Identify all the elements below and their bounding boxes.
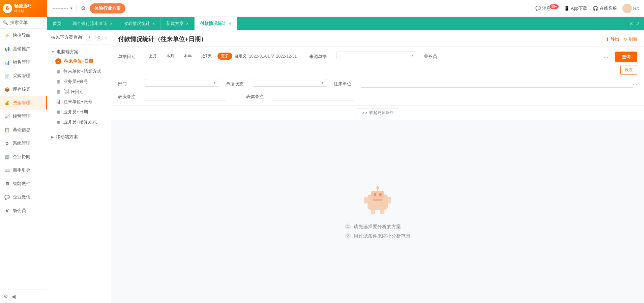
collapse-scheme-btn[interactable]: «: [105, 35, 107, 40]
trial-btn[interactable]: 体验行业方案: [90, 3, 125, 13]
scheme-item-staff-account[interactable]: ▦ 业务员+账号: [47, 77, 111, 87]
sidebar-item-hardware[interactable]: 🖥 智能硬件: [0, 177, 47, 190]
staff-account-icon: ▦: [55, 79, 61, 84]
staff-dots-btn[interactable]: ...: [604, 53, 608, 59]
app-download-action[interactable]: 📱 App下载: [564, 5, 587, 11]
partner-dots-btn[interactable]: ...: [633, 80, 637, 86]
body-note-input[interactable]: [273, 92, 354, 100]
sidebar-nav: ⚡ 快捷导航 📢 营销推广 📊 销售管理 🛒 采购管理 📦 库存核算 💰 资金管…: [0, 29, 47, 290]
date-custom-btn[interactable]: 自定义: [234, 53, 246, 59]
scheme-item-staff-settle[interactable]: ▦ 业务员+结算方式: [47, 117, 111, 127]
sidebar-item-label: 企业协同: [13, 154, 30, 160]
bill-status-select[interactable]: ▾: [253, 79, 327, 87]
sidebar-item-inventory[interactable]: 📦 库存核算: [0, 83, 47, 96]
sidebar-item-label: 销售管理: [13, 59, 30, 65]
sidebar-item-system[interactable]: ⚙ 系统管理: [0, 137, 47, 150]
receive-tab-close[interactable]: ✕: [152, 22, 155, 26]
partner-date-icon: ●: [55, 58, 61, 64]
sidebar-item-sales[interactable]: 📊 销售管理: [0, 56, 47, 69]
sidebar-item-finance[interactable]: 💰 资金管理: [0, 96, 47, 110]
sidebar-item-label: 畅会员: [13, 208, 26, 214]
query-btn[interactable]: 查询: [615, 52, 637, 62]
sidebar-item-label: 企业微信: [13, 194, 30, 200]
header-note-input[interactable]: [145, 92, 226, 100]
tab-new-plan[interactable]: 新建方案 ✕: [161, 17, 195, 30]
sidebar-item-operations[interactable]: 📈 经营管理: [0, 110, 47, 123]
scheme-group-desktop-header[interactable]: ▼ 电脑端方案: [47, 48, 111, 56]
svg-point-9: [376, 186, 379, 189]
logo-text: 畅捷通巧 标准版: [14, 3, 32, 13]
sidebar-item-label: 营销推广: [13, 46, 30, 52]
date-more-btn[interactable]: 更多: [217, 53, 232, 60]
date-this-year[interactable]: 本年: [180, 52, 196, 61]
scheme-item-partner-date[interactable]: ● 往来单位+日期: [47, 56, 111, 66]
tab-payment-stat[interactable]: 付款情况统计 ✕: [195, 17, 237, 30]
sidebar-item-label: 基础信息: [13, 127, 30, 133]
scheme-item-staff-account-label: 业务员+账号: [63, 79, 88, 85]
topbar: ▪▪▪▪▪▪▪▪▪▪ ▾ ⚙ 体验行业方案 💬 消息 99+ 📱 App下载 🎧…: [47, 0, 644, 17]
sales-icon: 📊: [4, 59, 10, 65]
content-area: 按以下方案查询 + ⚙ « ▼ 电脑端方案 ● 往来单位+日期 ▦: [47, 30, 644, 303]
tab-home[interactable]: 首页: [47, 17, 67, 30]
dept-select[interactable]: ▾: [145, 79, 219, 87]
tab-receive[interactable]: 收款情况统计 ✕: [118, 17, 161, 30]
sidebar-item-vip[interactable]: V 畅会员: [0, 204, 47, 217]
bank-flow-tab-close[interactable]: ✕: [110, 22, 113, 26]
svg-rect-5: [364, 197, 368, 204]
date-last-7-days[interactable]: 近7天: [198, 52, 215, 61]
sidebar-item-label: 新手引导: [13, 167, 30, 173]
sidebar-search[interactable]: 🔍 搜索菜单: [0, 17, 47, 29]
date-this-month[interactable]: 本月: [163, 52, 178, 61]
scheme-item-partner-settle[interactable]: ▦ 往来单位+结算方式: [47, 66, 111, 77]
sidebar-item-guide[interactable]: 📖 新手引导: [0, 163, 47, 177]
date-last-month[interactable]: 上月: [145, 52, 160, 61]
new-plan-tab-close[interactable]: ✕: [186, 22, 189, 26]
filter-settings-btn[interactable]: 设置: [620, 65, 637, 75]
payment-stat-tab-label: 付款情况统计: [200, 21, 226, 27]
sidebar-item-quick-nav[interactable]: ⚡ 快捷导航: [0, 29, 47, 42]
phone-icon: 📱: [564, 6, 569, 11]
sidebar-item-weixin[interactable]: 💬 企业微信: [0, 190, 47, 204]
sidebar-item-marketing[interactable]: 📢 营销推广: [0, 42, 47, 56]
mobile-group-label: 移动端方案: [56, 134, 78, 140]
maximize-window-icon[interactable]: ⤢: [636, 21, 640, 26]
date-options: 上月 本月 本年 近7天 更多 自定义: [145, 52, 246, 61]
scheme-item-partner-account[interactable]: 📊 往来单位+账号: [47, 97, 111, 107]
payment-stat-tab-close[interactable]: ✕: [228, 22, 231, 26]
message-action[interactable]: 💬 消息 99+: [535, 5, 559, 11]
refresh-action[interactable]: ↻ 刷新: [623, 36, 637, 42]
tab-bank-flow[interactable]: 现金银行流水查询 ✕: [67, 17, 118, 30]
sidebar-collapse-icon[interactable]: ◀: [11, 293, 16, 300]
svg-rect-1: [371, 191, 384, 198]
finance-icon: 💰: [4, 100, 10, 106]
topbar-brand: ▪▪▪▪▪▪▪▪▪▪ ▾: [53, 6, 72, 11]
collapse-btn-label: 收起更多条件: [369, 110, 393, 116]
sidebar-item-basic-info[interactable]: 📋 基础信息: [0, 123, 47, 137]
partner-input[interactable]: [361, 79, 633, 88]
empty-tip-2-text: 用过滤条件来缩小分析范围: [354, 231, 410, 241]
staff-input[interactable]: [451, 52, 604, 60]
scheme-panel: 按以下方案查询 + ⚙ « ▼ 电脑端方案 ● 往来单位+日期 ▦: [47, 30, 111, 303]
desktop-group-label: 电脑端方案: [57, 49, 79, 55]
online-service-action[interactable]: 🎧 在线客服: [593, 5, 617, 11]
close-window-icon[interactable]: ✕: [629, 21, 633, 26]
sidebar-item-purchase[interactable]: 🛒 采购管理: [0, 69, 47, 83]
topbar-settings-icon[interactable]: ⚙: [81, 5, 86, 11]
svg-rect-6: [388, 197, 391, 204]
scheme-group-mobile-header[interactable]: ▶ 移动端方案: [47, 132, 111, 141]
dropdown-arrow-icon[interactable]: ▾: [70, 6, 72, 11]
sidebar-item-enterprise[interactable]: 🏢 企业协同: [0, 150, 47, 163]
scheme-item-staff-date-label: 业务员+日期: [63, 109, 88, 115]
sidebar-settings-icon[interactable]: ⚙: [3, 293, 8, 300]
scheme-item-dept-date[interactable]: ▦ 部门+日期: [47, 87, 111, 97]
collapse-btn[interactable]: ∧∧ 收起更多条件: [356, 108, 399, 117]
scheme-item-staff-date[interactable]: ▦ 业务员+日期: [47, 107, 111, 117]
settings-scheme-btn[interactable]: ⚙: [95, 34, 103, 41]
export-action[interactable]: ⬆ 导出: [606, 36, 619, 42]
marketing-icon: 📢: [4, 46, 10, 52]
user-action[interactable]: Rit: [622, 4, 639, 13]
partner-settle-icon: ▦: [55, 69, 61, 74]
add-scheme-btn[interactable]: +: [86, 34, 93, 41]
source-bill-select[interactable]: ▾: [336, 52, 417, 59]
topbar-actions: 💬 消息 99+ 📱 App下载 🎧 在线客服 Rit: [535, 4, 639, 13]
